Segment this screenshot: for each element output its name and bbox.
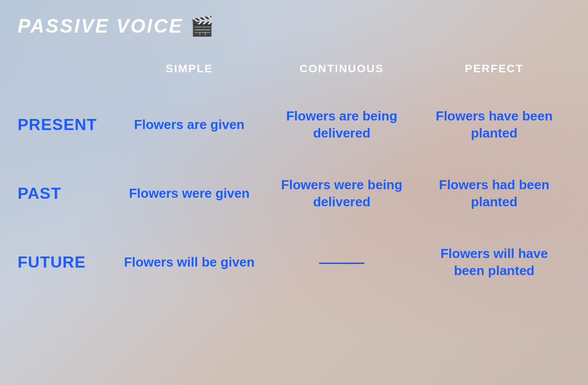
header-simple: SIMPLE bbox=[113, 62, 265, 90]
cell-present-continuous: Flowers are being delivered bbox=[265, 90, 418, 159]
cell-present-perfect: Flowers have been planted bbox=[418, 90, 570, 159]
row-label-present: PRESENT bbox=[18, 90, 113, 159]
cell-past-simple: Flowers were given bbox=[113, 159, 265, 228]
page-title: PASSIVE VOICE 🎬 bbox=[18, 15, 570, 37]
cell-future-perfect: Flowers will have been planted bbox=[418, 228, 570, 297]
header-continuous: CONTINUOUS bbox=[265, 62, 418, 90]
cell-past-perfect: Flowers had been planted bbox=[418, 159, 570, 228]
cell-past-continuous: Flowers were being delivered bbox=[265, 159, 418, 228]
main-grid: SIMPLE CONTINUOUS PERFECT PRESENT Flower… bbox=[18, 62, 570, 297]
row-label-future: FUTURE bbox=[18, 228, 113, 297]
cell-present-simple: Flowers are given bbox=[113, 90, 265, 159]
page-container: PASSIVE VOICE 🎬 SIMPLE CONTINUOUS PERFEC… bbox=[0, 0, 588, 385]
cell-future-continuous: ——— bbox=[265, 228, 418, 297]
title-text: PASSIVE VOICE bbox=[18, 16, 183, 37]
header-empty bbox=[18, 62, 113, 90]
row-label-past: PAST bbox=[18, 159, 113, 228]
title-emoji: 🎬 bbox=[190, 16, 215, 37]
cell-future-simple: Flowers will be given bbox=[113, 228, 265, 297]
header-perfect: PERFECT bbox=[418, 62, 570, 90]
